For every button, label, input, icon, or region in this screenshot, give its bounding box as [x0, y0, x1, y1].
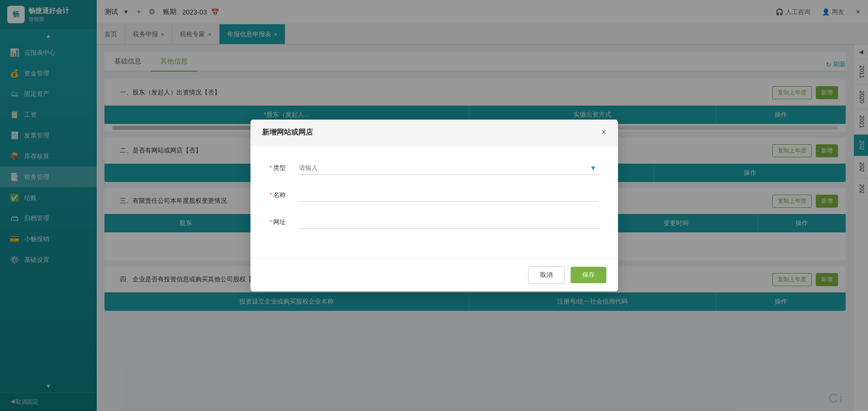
form-input-wrap-type: ▼	[299, 161, 599, 175]
dialog-add-website: 新增网站或网店 × *类型 ▼ *名称	[250, 120, 618, 291]
form-input-wrap-name	[299, 188, 599, 202]
form-row-type: *类型 ▼	[270, 161, 599, 175]
form-label-name: *名称	[270, 191, 299, 199]
form-row-name: *名称	[270, 188, 599, 202]
dialog-header: 新增网站或网店 ×	[250, 120, 618, 146]
dialog-footer: 取消 保存	[250, 258, 618, 291]
form-label-type: *类型	[270, 164, 299, 172]
form-input-type[interactable]	[299, 161, 599, 175]
form-input-name[interactable]	[299, 188, 599, 202]
form-input-wrap-url	[299, 215, 599, 229]
dialog-save-button[interactable]: 保存	[571, 267, 606, 283]
form-row-url: *网址	[270, 215, 599, 229]
dialog-cancel-button[interactable]: 取消	[528, 266, 565, 284]
dialog-title: 新增网站或网店	[262, 128, 313, 137]
dialog-overlay: 新增网站或网店 × *类型 ▼ *名称	[0, 0, 868, 411]
dialog-close-button[interactable]: ×	[601, 127, 606, 137]
dropdown-arrow-icon[interactable]: ▼	[590, 164, 597, 172]
form-label-url: *网址	[270, 218, 299, 227]
dialog-body: *类型 ▼ *名称 *网址	[250, 146, 618, 258]
form-input-url[interactable]	[299, 215, 599, 229]
